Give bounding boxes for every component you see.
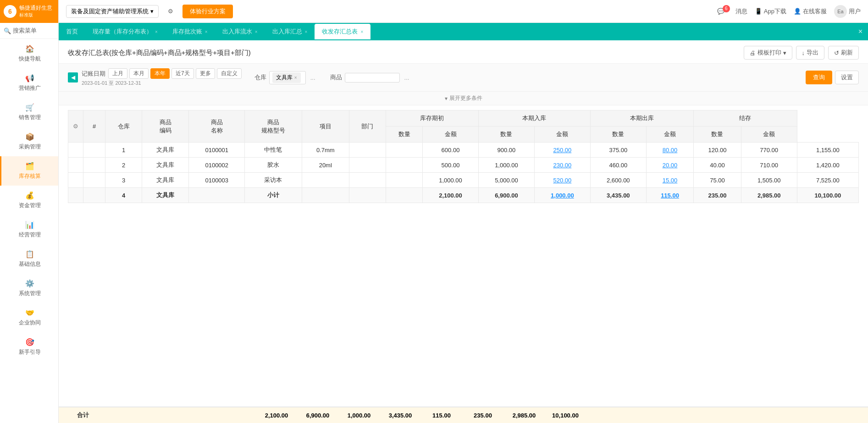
topbar: 装备及固定资产辅助管理系统 ▾ ⚙ 体验行业方案 💬 6 消息 📱 App下载 …: [59, 0, 868, 23]
tab-flow-close[interactable]: ×: [255, 29, 258, 34]
goods-input[interactable]: [345, 73, 400, 82]
table-cell: 1,155.00: [797, 143, 858, 158]
table-cell[interactable]: 230.00: [534, 158, 590, 173]
tab-summary-close[interactable]: ×: [305, 29, 308, 34]
table-cell: 500.00: [423, 158, 479, 173]
online-service-label: 在线客服: [803, 7, 827, 16]
sidebar-label-quick: 快捷导航: [19, 55, 41, 63]
message-button[interactable]: 💬 6 消息: [717, 7, 747, 16]
sidebar-label-corp: 企业协同: [19, 319, 41, 327]
sidebar-item-quick[interactable]: 🏠 快捷导航: [0, 39, 58, 68]
app-download-button[interactable]: 📱 App下载: [755, 7, 786, 16]
col-code: 商品编码: [142, 110, 189, 143]
sidebar-item-marketing[interactable]: 📢 营销推广: [0, 68, 58, 98]
user-button[interactable]: Ea 用户: [834, 5, 861, 18]
online-service-button[interactable]: 👤 在线客服: [794, 7, 827, 16]
table-cell: 3,435.00: [590, 188, 646, 203]
table-cell: 1,505.00: [741, 173, 797, 188]
warehouse-tag-close[interactable]: ×: [294, 75, 297, 80]
business-icon: 📊: [25, 220, 34, 229]
sidebar-item-finance[interactable]: 💰 资金管理: [0, 186, 58, 215]
tab-batch-close[interactable]: ×: [205, 29, 208, 34]
table-cell[interactable]: 20.00: [646, 158, 693, 173]
refresh-button[interactable]: ↺ 刷新: [828, 46, 859, 60]
table-row: 1文具库0100001中性笔0.7mm600.00900.00250.00375…: [68, 143, 859, 158]
filter-collapse-button[interactable]: ◀: [68, 72, 78, 82]
system-icon: ⚙️: [25, 279, 34, 288]
col-init-amt: 金额: [423, 126, 479, 143]
table-settings-col[interactable]: ⚙: [68, 110, 83, 143]
sidebar-item-basic[interactable]: 📋 基础信息: [0, 244, 58, 274]
gear-button[interactable]: ⚙: [164, 6, 177, 16]
table-cell[interactable]: 1,000.00: [534, 188, 590, 203]
table-cell: [386, 173, 423, 188]
this-month-btn[interactable]: 本月: [129, 68, 149, 79]
system-selector[interactable]: 装备及固定资产辅助管理系统 ▾: [66, 5, 159, 18]
last7days-btn[interactable]: 近7天: [171, 68, 194, 79]
custom-btn[interactable]: 自定义: [217, 68, 242, 79]
more-btn[interactable]: 更多: [196, 68, 215, 79]
col-name: 商品名称: [189, 110, 245, 143]
table-cell[interactable]: 15.00: [646, 173, 693, 188]
sidebar-item-business[interactable]: 📊 经营管理: [0, 215, 58, 244]
tab-recv-send-close[interactable]: ×: [360, 29, 363, 34]
tab-batch[interactable]: 库存批次账 ×: [165, 24, 215, 39]
page-actions: 🖨 模板打印 ▾ ↓ 导出 ↺ 刷新: [744, 46, 859, 60]
template-print-button[interactable]: 🖨 模板打印 ▾: [744, 46, 792, 60]
row-settings: [68, 173, 83, 188]
footer-init-qty: 2,100.00: [256, 412, 297, 419]
col-out-qty: 数量: [590, 126, 646, 143]
table-cell: [349, 158, 386, 173]
tab-inventory-dist[interactable]: 现存量（库存分布表） ×: [85, 24, 165, 39]
refresh-icon: ↺: [834, 49, 839, 56]
sidebar-item-purchase[interactable]: 📦 采购管理: [0, 127, 58, 156]
sidebar-item-sales[interactable]: 🛒 销售管理: [0, 98, 58, 127]
sidebar-item-inventory[interactable]: 🗂️ 库存核算: [0, 156, 58, 186]
table-cell: [302, 173, 349, 188]
table-cell[interactable]: 115.00: [646, 188, 693, 203]
table-cell: 40.00: [694, 158, 741, 173]
sidebar-item-system[interactable]: ⚙️ 系统管理: [0, 274, 58, 303]
col-in-amt: 金额: [534, 126, 590, 143]
export-button[interactable]: ↓ 导出: [796, 46, 825, 60]
tab-summary[interactable]: 出入库汇总 ×: [265, 24, 315, 39]
logo-icon: 6: [4, 5, 17, 18]
try-industry-button[interactable]: 体验行业方案: [182, 5, 233, 18]
tab-home[interactable]: 首页: [59, 24, 85, 39]
table-cell: 6,900.00: [478, 188, 534, 203]
tab-flow[interactable]: 出入库流水 ×: [215, 24, 265, 39]
table-cell[interactable]: 520.00: [534, 173, 590, 188]
last-month-btn[interactable]: 上月: [108, 68, 127, 79]
content-inner: 收发存汇总表(按仓库+商品编码+商品+规格型号+项目+部门) 🖨 模板打印 ▾ …: [59, 40, 868, 407]
table-cell[interactable]: 250.00: [534, 143, 590, 158]
table-cell: 770.00: [741, 143, 797, 158]
filter-bar: ◀ 记账日期 上月 本月 本年 近7天 更多 自定义 2023-01-0: [59, 64, 868, 92]
message-label: 消息: [735, 7, 747, 16]
sidebar-search[interactable]: 🔍 搜索菜单: [0, 23, 58, 39]
table-cell: 900.00: [478, 143, 534, 158]
goods-more-button[interactable]: ...: [403, 74, 411, 81]
expand-conditions-button[interactable]: ▾ 展开更多条件: [445, 94, 482, 102]
tab-recv-send[interactable]: 收发存汇总表 ×: [315, 24, 370, 39]
warehouse-tag-value: 文具库: [276, 74, 293, 82]
expand-icon: ▾: [445, 95, 448, 102]
warehouse-more-button[interactable]: ...: [309, 74, 317, 81]
close-all-tabs[interactable]: ×: [853, 24, 868, 39]
table-cell: 710.00: [741, 158, 797, 173]
app-download-label: App下载: [764, 7, 786, 16]
table-cell: 文具库: [142, 158, 189, 173]
sidebar-item-newbie[interactable]: 🎯 新手引导: [0, 332, 58, 362]
search-icon: 🔍: [4, 27, 11, 34]
col-balance: 结存: [694, 110, 797, 126]
warehouse-input[interactable]: 文具库 ×: [269, 71, 306, 84]
table-row: 3文具库0100003采访本1,000.005,000.00520.002,60…: [68, 173, 859, 188]
chevron-down-icon: ▾: [783, 49, 786, 56]
this-year-btn[interactable]: 本年: [150, 68, 170, 79]
sidebar-label-business: 经营管理: [19, 231, 41, 239]
tab-inventory-dist-close[interactable]: ×: [155, 29, 158, 34]
table-cell: 0100002: [189, 158, 245, 173]
sidebar-item-corp[interactable]: 🤝 企业协同: [0, 303, 58, 332]
query-button[interactable]: 查询: [806, 71, 832, 84]
table-cell[interactable]: 80.00: [646, 143, 693, 158]
settings-button[interactable]: 设置: [835, 71, 859, 84]
